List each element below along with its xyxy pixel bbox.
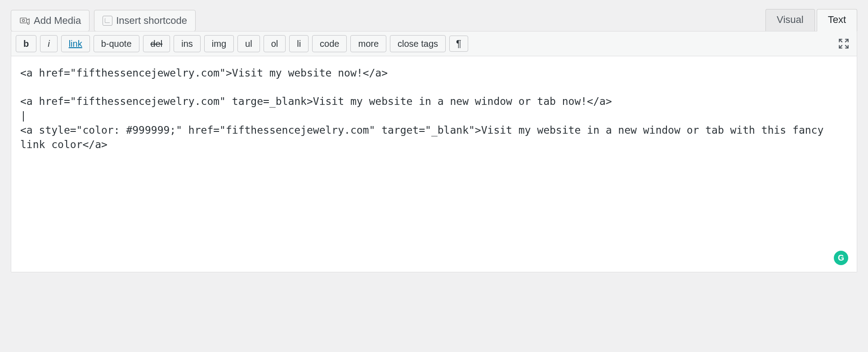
qt-bold-button[interactable]: b — [16, 35, 36, 52]
insert-shortcode-button[interactable]: Insert shortcode — [94, 10, 196, 32]
qt-li-button[interactable]: li — [289, 35, 309, 52]
grammarly-badge[interactable]: G — [834, 251, 848, 265]
grammarly-icon: G — [838, 253, 844, 263]
camera-music-icon — [19, 15, 30, 26]
qt-ol-button[interactable]: ol — [264, 35, 286, 52]
qt-ins-button[interactable]: ins — [174, 35, 201, 52]
tab-visual[interactable]: Visual — [765, 9, 815, 32]
add-media-label: Add Media — [34, 15, 81, 27]
editor-container: Add Media Insert shortcode Visual Text b… — [0, 0, 868, 283]
shortcode-icon — [103, 16, 112, 26]
qt-paragraph-button[interactable]: ¶ — [449, 36, 468, 52]
qt-img-button[interactable]: img — [204, 35, 234, 52]
qt-code-button[interactable]: code — [312, 35, 347, 52]
tab-text[interactable]: Text — [817, 9, 857, 32]
quicktags-toolbar: b i link b-quote del ins img ul ol li co… — [11, 31, 857, 56]
insert-shortcode-label: Insert shortcode — [116, 15, 187, 27]
svg-rect-0 — [20, 18, 27, 23]
qt-bquote-button[interactable]: b-quote — [94, 35, 139, 52]
editor-area-wrap: <a href="fifthessencejewelry.com">Visit … — [11, 56, 857, 274]
qt-ul-button[interactable]: ul — [237, 35, 260, 52]
editor-tabs: Visual Text — [765, 9, 857, 32]
top-left-buttons: Add Media Insert shortcode — [11, 10, 196, 32]
fullscreen-icon — [838, 38, 850, 50]
qt-close-tags-button[interactable]: close tags — [390, 35, 446, 52]
fullscreen-button[interactable] — [835, 35, 852, 52]
content-textarea[interactable]: <a href="fifthessencejewelry.com">Visit … — [11, 56, 857, 272]
qt-link-button[interactable]: link — [61, 35, 90, 52]
qt-italic-button[interactable]: i — [40, 35, 57, 52]
svg-point-1 — [22, 19, 25, 22]
qt-more-button[interactable]: more — [350, 35, 386, 52]
qt-del-button[interactable]: del — [143, 35, 170, 52]
editor-top-row: Add Media Insert shortcode Visual Text — [11, 9, 857, 32]
add-media-button[interactable]: Add Media — [11, 10, 89, 32]
